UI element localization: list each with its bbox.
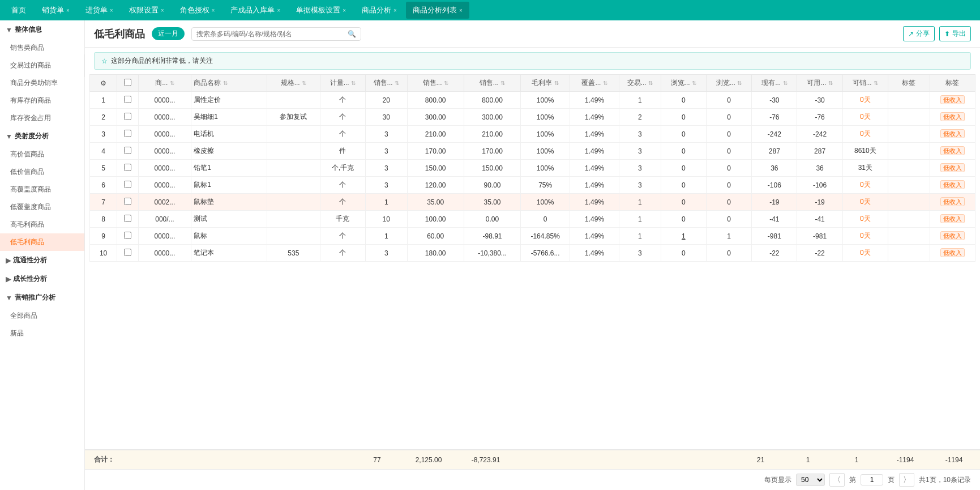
sort-sales-amount-icon[interactable]: ⇅ [500, 80, 505, 86]
nav-sales-close[interactable]: × [66, 7, 70, 14]
page-size-select[interactable]: 50 100 200 [796, 474, 825, 486]
nav-permission[interactable]: 权限设置 × [122, 2, 171, 19]
row-checkbox[interactable] [124, 181, 131, 188]
th-browse2[interactable]: 浏览... ⇅ [706, 75, 751, 92]
row-checkbox[interactable] [124, 249, 131, 256]
th-unit[interactable]: 计量... ⇅ [320, 75, 365, 92]
search-icon[interactable]: 🔍 [348, 30, 356, 38]
select-all-checkbox[interactable] [124, 79, 131, 86]
search-input[interactable] [196, 30, 348, 38]
sort-trade-icon[interactable]: ⇅ [648, 80, 653, 86]
row-checkbox[interactable] [124, 130, 131, 137]
sidebar-item-stock-goods[interactable]: 有库存的商品 [0, 92, 84, 109]
sort-avail-icon[interactable]: ⇅ [828, 80, 833, 86]
sidebar-item-low-coverage[interactable]: 低覆盖度商品 [0, 198, 84, 216]
row-checkbox[interactable] [124, 215, 131, 222]
row-check[interactable] [117, 228, 138, 245]
row-checkbox[interactable] [124, 147, 131, 154]
sort-cover-icon[interactable]: ⇅ [603, 80, 607, 86]
sort-sales-qty-icon[interactable]: ⇅ [395, 80, 399, 86]
row-checkbox[interactable] [124, 164, 131, 171]
row-check[interactable] [117, 194, 138, 211]
th-code[interactable]: 商... ⇅ [138, 75, 191, 92]
th-cover[interactable]: 覆盖... ⇅ [570, 75, 619, 92]
row-browse1[interactable]: 1 [661, 228, 706, 245]
th-trade[interactable]: 交易... ⇅ [619, 75, 661, 92]
row-checkbox[interactable] [124, 96, 131, 103]
sort-sales-price-icon[interactable]: ⇅ [444, 80, 448, 86]
sidebar-collapse-btn[interactable]: 《 [84, 54, 85, 77]
sidebar-item-category-rate[interactable]: 商品分类助销率 [0, 74, 84, 92]
nav-home[interactable]: 首页 [5, 2, 33, 19]
th-name[interactable]: 商品名称 ⇅ [191, 75, 267, 92]
th-sales-qty[interactable]: 销售... ⇅ [365, 75, 407, 92]
sidebar-group-overall[interactable]: ▼ 整体信息 [0, 20, 84, 39]
nav-analysis-list[interactable]: 商品分析列表 × [406, 2, 469, 19]
row-check[interactable] [117, 109, 138, 126]
th-spec[interactable]: 规格... ⇅ [267, 75, 320, 92]
row-check[interactable] [117, 126, 138, 143]
th-saleable[interactable]: 可销... ⇅ [842, 75, 888, 92]
sidebar-item-all-goods[interactable]: 全部商品 [0, 307, 84, 325]
nav-sales[interactable]: 销货单 × [35, 2, 76, 19]
sidebar-item-stock-capital[interactable]: 库存资金占用 [0, 109, 84, 127]
row-checkbox[interactable] [124, 198, 131, 205]
th-stock[interactable]: 现有... ⇅ [752, 75, 797, 92]
nav-product-in-close[interactable]: × [277, 7, 280, 14]
sidebar-item-new-goods[interactable]: 新品 [0, 325, 84, 342]
sidebar-item-traded-goods[interactable]: 交易过的商品 [0, 57, 84, 74]
row-check[interactable] [117, 160, 138, 177]
row-check[interactable] [117, 245, 138, 262]
sort-name-icon[interactable]: ⇅ [223, 80, 228, 86]
nav-product-in[interactable]: 产成品入库单 × [224, 2, 287, 19]
sidebar-item-high-coverage[interactable]: 高覆盖度商品 [0, 181, 84, 198]
nav-analysis-close[interactable]: × [393, 7, 397, 14]
nav-template-close[interactable]: × [343, 7, 346, 14]
sort-browse2-icon[interactable]: ⇅ [737, 80, 742, 86]
sidebar-group-flow[interactable]: ▶ 流通性分析 [0, 251, 84, 270]
sort-unit-icon[interactable]: ⇅ [351, 80, 356, 86]
row-check[interactable] [117, 211, 138, 228]
sort-spec-icon[interactable]: ⇅ [302, 80, 306, 86]
nav-analysis[interactable]: 商品分析 × [355, 2, 404, 19]
share-button[interactable]: ↗ 分享 [903, 26, 935, 41]
th-sales-price[interactable]: 销售... ⇅ [407, 75, 464, 92]
sort-code-icon[interactable]: ⇅ [170, 80, 174, 86]
row-check[interactable] [117, 92, 138, 109]
row-checkbox[interactable] [124, 113, 131, 120]
nav-purchase-close[interactable]: × [110, 7, 113, 14]
sidebar-item-high-margin[interactable]: 高毛利商品 [0, 216, 84, 233]
th-gross-rate[interactable]: 毛利率 ⇅ [521, 75, 570, 92]
row-check[interactable] [117, 143, 138, 160]
th-days[interactable]: 标签 [888, 75, 930, 92]
page-input[interactable] [861, 474, 883, 485]
export-button[interactable]: ⬆ 导出 [939, 26, 971, 41]
sort-browse1-icon[interactable]: ⇅ [692, 80, 696, 86]
row-checkbox[interactable] [124, 232, 131, 239]
nav-analysis-list-close[interactable]: × [459, 7, 463, 14]
th-tag[interactable]: 标签 [930, 75, 975, 92]
sort-gross-rate-icon[interactable]: ⇅ [554, 80, 559, 86]
filter-recent-month[interactable]: 近一月 [152, 27, 185, 40]
prev-page-btn[interactable]: 〈 [829, 473, 845, 487]
nav-purchase[interactable]: 进货单 × [79, 2, 120, 19]
sidebar-group-marketing[interactable]: ▼ 营销推广分析 [0, 288, 84, 307]
row-check[interactable] [117, 177, 138, 194]
sidebar-group-category-analysis[interactable]: ▼ 类射度分析 [0, 127, 84, 146]
nav-role[interactable]: 角色授权 × [173, 2, 222, 19]
sidebar-item-low-margin[interactable]: 低毛利商品 [0, 233, 84, 251]
th-avail[interactable]: 可用... ⇅ [797, 75, 842, 92]
nav-role-close[interactable]: × [212, 7, 215, 14]
nav-permission-close[interactable]: × [161, 7, 164, 14]
sidebar-item-low-value[interactable]: 低价值商品 [0, 163, 84, 181]
th-browse1[interactable]: 浏览... ⇅ [661, 75, 706, 92]
next-page-btn[interactable]: 〉 [899, 473, 914, 487]
sidebar-item-sales-goods[interactable]: 销售类商品 [0, 39, 84, 57]
sort-saleable-icon[interactable]: ⇅ [874, 80, 878, 86]
nav-template[interactable]: 单据模板设置 × [289, 2, 353, 19]
gear-icon[interactable]: ⚙ [100, 79, 106, 87]
sort-stock-icon[interactable]: ⇅ [783, 80, 788, 86]
th-sales-amount[interactable]: 销售... ⇅ [464, 75, 520, 92]
sidebar-group-growth[interactable]: ▶ 成长性分析 [0, 270, 84, 288]
sidebar-item-high-value[interactable]: 高价值商品 [0, 146, 84, 163]
